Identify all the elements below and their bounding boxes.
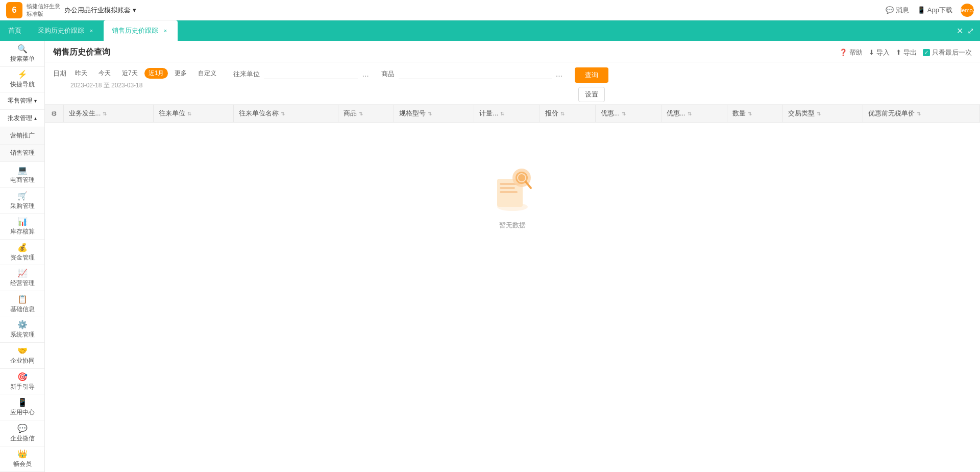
th-product[interactable]: 商品⇅ [338,105,394,123]
product-label: 商品 [381,69,395,79]
filter-bar: 日期 昨天 今天 近7天 近1月 更多 自定义 2023-02-18 至 202… [45,62,980,105]
page-title: 销售历史价查询 [53,47,110,58]
product-input[interactable] [399,69,552,79]
query-button[interactable]: 查询 [575,67,608,83]
app-logo: 6 [6,2,22,18]
sidebar-item-quick-nav[interactable]: ⚡ 快捷导航 [0,67,44,93]
guide-icon: 🎯 [17,372,28,382]
empty-text: 暂无数据 [499,221,526,230]
sidebar-item-enterprise-wechat[interactable]: 💬 企业微信 [0,420,44,446]
date-btn-custom[interactable]: 自定义 [193,67,221,79]
sidebar-item-sys-mgmt[interactable]: ⚙️ 系统管理 [0,317,44,343]
sidebar-item-sales-mgmt[interactable]: 销售管理 [0,145,44,162]
th-quantity[interactable]: 数量⇅ [727,105,783,123]
sidebar-item-search-menu[interactable]: 🔍 搜索菜单 [0,41,44,67]
sort-icon-unit: ⇅ [500,111,504,116]
th-trade-type[interactable]: 交易类型⇅ [783,105,863,123]
only-last-checkbox[interactable]: ✓ [923,49,930,56]
import-button[interactable]: ⬇ 导入 [869,48,890,57]
th-quote[interactable]: 报价⇅ [540,105,596,123]
app-download-button[interactable]: 📱 App下载 [917,6,952,15]
member-icon: 👑 [17,449,28,459]
tab-bar-right: ✕ ⤢ [957,26,980,36]
th-counterpart-name[interactable]: 往来单位名称⇅ [234,105,338,123]
date-btn-1month[interactable]: 近1月 [144,68,168,79]
ops-icon: 📈 [17,268,28,278]
gear-icon[interactable]: ⚙ [51,110,57,117]
sidebar-item-finance-mgmt[interactable]: 💰 资金管理 [0,240,44,266]
maximize-icon[interactable]: ⤢ [967,26,974,36]
basic-info-icon: 📋 [17,294,28,304]
user-profile-button[interactable]: demo2 [961,4,974,17]
empty-image [487,163,538,215]
sidebar-item-app-center[interactable]: 📱 应用中心 [0,394,44,420]
svg-rect-3 [500,187,515,189]
counterpart-input[interactable] [264,69,358,79]
sidebar-item-ecommerce-mgmt[interactable]: 💻 电商管理 [0,162,44,188]
th-spec[interactable]: 规格型号⇅ [394,105,474,123]
export-icon: ⬆ [896,49,901,56]
export-button[interactable]: ⬆ 导出 [896,48,917,57]
help-icon: ❓ [839,49,847,56]
data-table: ⚙ 业务发生...⇅ 往来单位⇅ 往来单位名称⇅ 商品⇅ [45,105,980,123]
tab-purchase-history-close[interactable]: × [87,27,95,35]
finance-icon: 💰 [17,243,28,252]
settings-button[interactable]: 设置 [578,87,605,102]
product-dots-button[interactable]: ... [556,69,562,79]
main-content: 销售历史价查询 ❓ 帮助 ⬇ 导入 ⬆ 导出 ✓ 只看最后一次 [45,41,980,472]
close-window-icon[interactable]: ✕ [957,26,963,36]
sidebar-item-inventory[interactable]: 📊 库存核算 [0,214,44,240]
th-unit[interactable]: 计量...⇅ [474,105,540,123]
table-header-row: ⚙ 业务发生...⇅ 往来单位⇅ 往来单位名称⇅ 商品⇅ [45,105,980,123]
table-area: ⚙ 业务发生...⇅ 往来单位⇅ 往来单位名称⇅ 商品⇅ [45,105,980,472]
sidebar-item-marketing-promo[interactable]: 营销推广 [0,127,44,145]
top-bar: 6 畅捷信好生意 标准版 办公用品行业模拟账套 ▾ 💬 消息 📱 App下载 d… [0,0,980,20]
only-last-checkbox-label[interactable]: ✓ 只看最后一次 [923,48,972,57]
empty-state: 暂无数据 [45,123,980,271]
th-counterpart[interactable]: 往来单位⇅ [154,105,234,123]
workspace-selector[interactable]: 办公用品行业模拟账套 ▾ [64,6,136,15]
date-btn-yesterday[interactable]: 昨天 [70,67,92,79]
top-bar-left: 6 畅捷信好生意 标准版 办公用品行业模拟账套 ▾ [6,2,136,18]
chevron-up-icon: ▴ [34,115,37,121]
top-bar-right: 💬 消息 📱 App下载 demo2 [886,4,974,17]
help-button[interactable]: ❓ 帮助 [839,48,863,57]
date-btn-today[interactable]: 今天 [94,67,115,79]
download-icon: 📱 [917,6,925,14]
sidebar: 🔍 搜索菜单 ⚡ 快捷导航 零售管理 ▾ 批发管理 ▴ 营销推广 销售管理 💻 … [0,41,45,472]
sidebar-item-member[interactable]: 👑 畅会员 [0,446,44,472]
sort-icon-quote: ⇅ [560,111,565,116]
date-btn-more[interactable]: 更多 [170,67,191,79]
th-biz-date[interactable]: 业务发生...⇅ [63,105,154,123]
avatar: demo2 [961,4,974,17]
sidebar-item-retail-mgmt[interactable]: 零售管理 ▾ [0,92,44,110]
sidebar-item-basic-info[interactable]: 📋 基础信息 [0,291,44,317]
date-buttons: 昨天 今天 近7天 近1月 更多 自定义 [70,67,221,79]
sidebar-item-ops-mgmt[interactable]: 📈 经营管理 [0,265,44,291]
sidebar-item-new-guide[interactable]: 🎯 新手引导 [0,369,44,395]
date-filter-group: 日期 昨天 今天 近7天 近1月 更多 自定义 2023-02-18 至 202… [53,67,221,90]
sidebar-item-enterprise-collab[interactable]: 🤝 企业协同 [0,343,44,369]
tab-sales-history-close[interactable]: × [161,27,169,35]
th-discount2[interactable]: 优惠...⇅ [662,105,727,123]
sort-icon-discount1: ⇅ [622,111,626,116]
filter-action-buttons: 查询 设置 [575,67,608,102]
sidebar-item-wholesale-mgmt[interactable]: 批发管理 ▴ [0,110,44,127]
date-btn-7days[interactable]: 近7天 [117,67,142,79]
purchase-icon: 🛒 [17,191,28,201]
sort-icon-trade-type: ⇅ [817,111,821,116]
sort-icon-quantity: ⇅ [748,111,752,116]
counterpart-dots-button[interactable]: ... [362,69,369,79]
sort-icon-product: ⇅ [359,111,363,116]
message-button[interactable]: 💬 消息 [886,6,909,15]
sidebar-item-purchase-mgmt[interactable]: 🛒 采购管理 [0,188,44,214]
tab-home[interactable]: 首页 [0,20,30,41]
layout: 🔍 搜索菜单 ⚡ 快捷导航 零售管理 ▾ 批发管理 ▴ 营销推广 销售管理 💻 … [0,41,980,472]
collab-icon: 🤝 [17,346,28,356]
lightning-icon: ⚡ [17,69,28,79]
tab-purchase-history[interactable]: 采购历史价跟踪 × [30,20,104,41]
tab-sales-history[interactable]: 销售历史价跟踪 × [104,20,178,41]
th-discount1[interactable]: 优惠...⇅ [596,105,662,123]
th-pretax-price[interactable]: 优惠前无税单价⇅ [863,105,979,123]
gear-icon: ⚙️ [17,320,28,329]
